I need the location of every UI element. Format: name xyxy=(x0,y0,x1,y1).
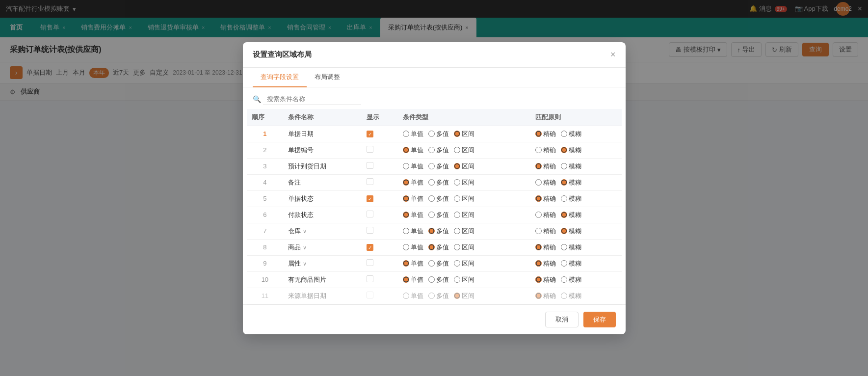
modal: 设置查询区域布局 × 查询字段设置 布局调整 🔍 顺序 条件名称 xyxy=(243,42,626,101)
modal-title: 设置查询区域布局 xyxy=(253,50,312,59)
modal-search-area: 🔍 xyxy=(243,87,626,101)
search-input[interactable] xyxy=(263,93,361,101)
modal-tab-layout-label: 布局调整 xyxy=(315,73,340,81)
search-icon: 🔍 xyxy=(253,95,261,101)
modal-overlay: 设置查询区域布局 × 查询字段设置 布局调整 🔍 顺序 条件名称 xyxy=(0,0,868,101)
modal-close-button[interactable]: × xyxy=(610,50,616,59)
modal-tabs: 查询字段设置 布局调整 xyxy=(243,68,626,87)
modal-header: 设置查询区域布局 × xyxy=(243,42,626,68)
modal-tab-query-label: 查询字段设置 xyxy=(261,73,299,81)
modal-tab-layout[interactable]: 布局调整 xyxy=(307,68,348,87)
modal-tab-query[interactable]: 查询字段设置 xyxy=(253,68,307,87)
